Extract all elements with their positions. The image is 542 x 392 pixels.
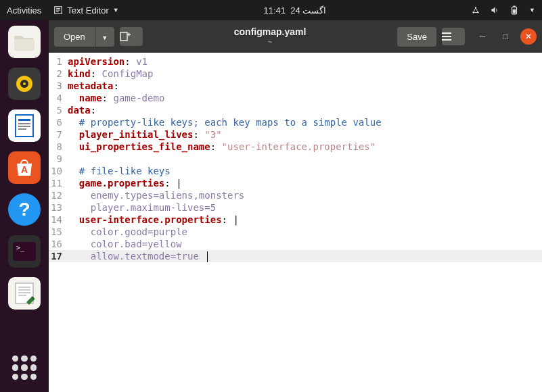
svg-rect-19 <box>120 32 127 41</box>
code-content: color.good=purple <box>68 226 187 238</box>
code-content: color.bad=yellow <box>68 238 182 250</box>
svg-rect-14 <box>18 128 26 130</box>
svg-point-9 <box>23 82 26 85</box>
code-line[interactable]: 17 allow.textmode=true <box>49 250 542 262</box>
line-number: 1 <box>49 55 68 68</box>
code-content: # property-like keys; each key maps to a… <box>68 116 382 128</box>
code-line[interactable]: 15 color.good=purple <box>49 226 542 238</box>
line-number: 16 <box>49 238 68 250</box>
terminal-icon: >_ <box>13 242 36 261</box>
line-number: 5 <box>49 104 68 116</box>
line-number: 15 <box>49 226 68 238</box>
code-content: game.properties: | <box>68 177 182 189</box>
line-number: 6 <box>49 116 68 128</box>
app-menu[interactable]: Text Editor ▼ <box>53 5 118 16</box>
code-content: user-interface.properties: | <box>68 214 239 226</box>
svg-text:>_: >_ <box>16 244 25 252</box>
title-area: configmap.yaml ~ <box>148 27 392 45</box>
dock-terminal[interactable]: >_ <box>8 235 41 268</box>
code-content: apiVersion: v1 <box>68 55 148 68</box>
code-line[interactable]: 4 name: game-demo <box>49 92 542 104</box>
code-line[interactable]: 1apiVersion: v1 <box>49 55 542 68</box>
text-cursor <box>207 251 208 262</box>
code-content: # file-like keys <box>68 165 171 177</box>
code-line[interactable]: 16 color.bad=yellow <box>49 238 542 250</box>
dock-rhythmbox[interactable] <box>8 68 41 100</box>
text-editor-window: Open ▼ configmap.yaml ~ Save ─ □ ✕ 1apiV… <box>49 20 542 392</box>
line-number: 12 <box>49 189 68 201</box>
svg-rect-11 <box>18 119 30 121</box>
activities-button[interactable]: Activities <box>7 5 41 16</box>
code-line[interactable]: 8 ui_properties_file_name: "user-interfa… <box>49 141 542 153</box>
system-menu-icon[interactable]: ▼ <box>529 7 535 14</box>
svg-rect-13 <box>18 126 30 127</box>
dock-files[interactable] <box>8 26 41 58</box>
dock-software[interactable]: A <box>8 151 41 184</box>
line-number: 17 <box>49 250 68 262</box>
code-line[interactable]: 13 player.maximum-lives=5 <box>49 201 542 214</box>
clock[interactable]: 11:41 اگست 24 <box>119 5 471 16</box>
network-icon[interactable] <box>471 5 480 15</box>
line-number: 13 <box>49 201 68 214</box>
minimize-button[interactable]: ─ <box>474 28 491 45</box>
hamburger-menu[interactable] <box>442 28 465 45</box>
open-button[interactable]: Open <box>54 27 95 47</box>
svg-rect-12 <box>18 123 30 124</box>
code-line[interactable]: 9 <box>49 153 542 165</box>
code-line[interactable]: 2kind: ConfigMap <box>49 68 542 80</box>
line-number: 11 <box>49 177 68 189</box>
code-area[interactable]: 1apiVersion: v12kind: ConfigMap3metadata… <box>49 53 542 392</box>
svg-text:A: A <box>21 164 28 175</box>
file-path: ~ <box>268 38 272 46</box>
code-line[interactable]: 12 enemy.types=aliens,monsters <box>49 189 542 201</box>
line-number: 7 <box>49 128 68 141</box>
code-content: metadata: <box>68 80 119 92</box>
code-line[interactable]: 6 # property-like keys; each key maps to… <box>49 116 542 128</box>
dock-show-apps[interactable] <box>8 351 41 384</box>
filename: configmap.yaml <box>234 27 307 37</box>
code-line[interactable]: 7 player_initial_lives: "3" <box>49 128 542 141</box>
maximize-button[interactable]: □ <box>497 28 514 45</box>
code-content: kind: ConfigMap <box>68 68 153 80</box>
text-editor-icon <box>53 5 63 15</box>
code-line[interactable]: 3metadata: <box>49 80 542 92</box>
folder-icon <box>14 33 35 51</box>
line-number: 4 <box>49 92 68 104</box>
new-document-icon <box>120 32 131 41</box>
code-line[interactable]: 14 user-interface.properties: | <box>49 214 542 226</box>
battery-icon[interactable] <box>509 5 520 15</box>
code-content: name: game-demo <box>68 92 164 104</box>
gnome-topbar: Activities Text Editor ▼ 11:41 اگست 24 ▼ <box>0 0 542 20</box>
volume-icon[interactable] <box>490 5 499 15</box>
svg-rect-5 <box>513 6 516 7</box>
code-line[interactable]: 11 game.properties: | <box>49 177 542 189</box>
code-content: data: <box>68 104 96 116</box>
dock-help[interactable]: ? <box>8 193 41 226</box>
new-tab-button[interactable] <box>120 27 143 46</box>
question-icon: ? <box>18 199 30 220</box>
code-line[interactable]: 5data: <box>49 104 542 116</box>
notepad-icon <box>14 282 35 305</box>
chevron-down-icon: ▼ <box>101 34 108 41</box>
code-content: allow.textmode=true <box>68 250 208 262</box>
line-number: 9 <box>49 153 68 165</box>
dock-libreoffice[interactable] <box>8 109 41 142</box>
open-recent-dropdown[interactable]: ▼ <box>95 27 114 47</box>
chevron-down-icon: ▼ <box>113 7 119 14</box>
speaker-icon <box>14 74 35 94</box>
hamburger-icon <box>442 32 451 41</box>
headerbar: Open ▼ configmap.yaml ~ Save ─ □ ✕ <box>49 20 542 53</box>
svg-rect-6 <box>513 9 516 14</box>
code-content: enemy.types=aliens,monsters <box>68 189 244 201</box>
code-line[interactable]: 10 # file-like keys <box>49 165 542 177</box>
shopping-bag-icon: A <box>14 158 35 177</box>
close-button[interactable]: ✕ <box>520 28 537 45</box>
dock: A ? >_ <box>0 20 49 392</box>
line-number: 10 <box>49 165 68 177</box>
dock-text-editor[interactable] <box>8 277 41 310</box>
line-number: 2 <box>49 68 68 80</box>
app-menu-label: Text Editor <box>67 5 108 16</box>
code-content: player.maximum-lives=5 <box>68 201 216 214</box>
save-button[interactable]: Save <box>397 27 436 47</box>
line-number: 3 <box>49 80 68 92</box>
